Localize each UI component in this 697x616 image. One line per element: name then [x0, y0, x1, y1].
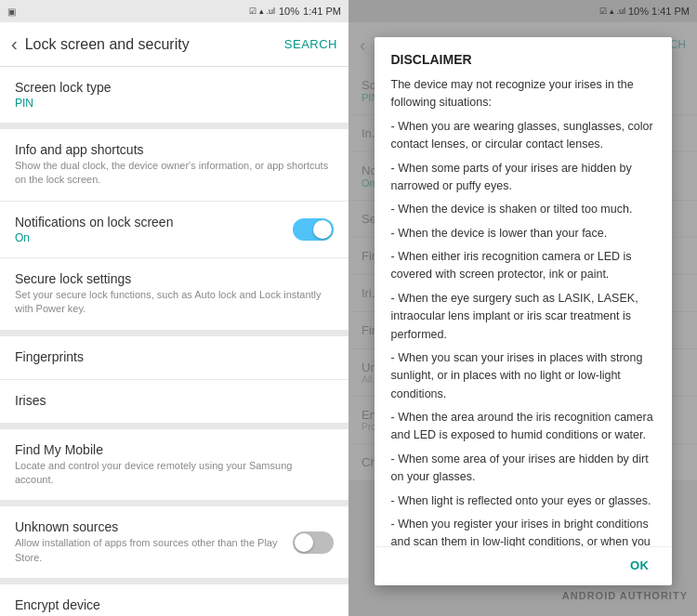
dialog-title: DISCLAIMER — [391, 52, 655, 67]
screen-lock-type-title: Screen lock type — [15, 80, 334, 95]
find-mobile-sub: Locate and control your device remotely … — [15, 459, 334, 488]
left-signal-icons: ☑ ▴ .ul — [249, 7, 275, 16]
settings-item-find-mobile[interactable]: Find My Mobile Locate and control your d… — [0, 429, 348, 502]
dialog-item-7: - When the area around the iris recognit… — [391, 409, 655, 445]
unknown-sources-text-block: Unknown sources Allow installation of ap… — [15, 519, 293, 565]
disclaimer-dialog: DISCLAIMER The device may not recognize … — [375, 37, 672, 585]
notifications-title: Notifications on lock screen — [15, 215, 173, 229]
right-panel: ☑ ▴ .ul 10% 1:41 PM ‹ Lock screen and se… — [348, 0, 697, 616]
dialog-item-3: - When the device is lower than your fac… — [391, 225, 655, 242]
notifications-value: On — [15, 231, 173, 244]
dialog-item-5: - When the eye surgery such as LASIK, LA… — [391, 290, 655, 344]
info-shortcuts-sub: Show the dual clock, the device owner's … — [15, 159, 334, 188]
dialog-intro: The device may not recognize your irises… — [391, 78, 634, 109]
dialog-item-8: - When some area of your irises are hidd… — [391, 451, 655, 487]
encrypt-device-title: Encrypt device — [15, 597, 334, 612]
dialog-content: DISCLAIMER The device may not recognize … — [375, 37, 672, 546]
unknown-sources-sub: Allow installation of apps from sources … — [15, 536, 293, 565]
dialog-item-9: - When light is reflected onto your eyes… — [391, 492, 655, 510]
secure-lock-title: Secure lock settings — [15, 271, 334, 286]
page-title: Lock screen and security — [25, 36, 284, 53]
left-panel: ▣ ☑ ▴ .ul 10% 1:41 PM ‹ Lock screen and … — [0, 0, 348, 616]
settings-item-notifications[interactable]: Notifications on lock screen On — [0, 202, 348, 258]
settings-item-unknown-sources[interactable]: Unknown sources Allow installation of ap… — [0, 506, 348, 579]
notifications-toggle-knob — [313, 220, 332, 239]
left-battery: 10% — [279, 6, 299, 17]
settings-item-info-shortcuts[interactable]: Info and app shortcuts Show the dual clo… — [0, 129, 348, 202]
left-top-bar: ‹ Lock screen and security SEARCH — [0, 22, 348, 67]
settings-item-screen-lock-type[interactable]: Screen lock type PIN — [0, 67, 348, 124]
unknown-sources-toggle[interactable] — [293, 531, 334, 554]
fingerprints-title: Fingerprints — [15, 349, 334, 364]
dialog-actions: OK — [375, 546, 672, 585]
find-mobile-title: Find My Mobile — [15, 442, 334, 457]
left-status-bar: ▣ ☑ ▴ .ul 10% 1:41 PM — [0, 0, 348, 22]
unknown-sources-title: Unknown sources — [15, 519, 293, 534]
dialog-item-6: - When you scan your irises in places wi… — [391, 349, 655, 403]
dialog-overlay: DISCLAIMER The device may not recognize … — [348, 0, 697, 616]
dialog-item-10: - When you register your irises in brigh… — [391, 516, 655, 546]
dialog-body: The device may not recognize your irises… — [391, 76, 655, 546]
dialog-item-2: - When the device is shaken or tilted to… — [391, 201, 655, 218]
unknown-sources-toggle-knob — [295, 533, 313, 552]
irises-title: Irises — [15, 393, 334, 408]
settings-list: Screen lock type PIN Info and app shortc… — [0, 67, 348, 616]
left-time: 1:41 PM — [303, 6, 341, 17]
dialog-item-0: - When you are wearing glasses, sunglass… — [391, 118, 655, 154]
settings-item-secure-lock[interactable]: Secure lock settings Set your secure loc… — [0, 258, 348, 331]
dialog-item-1: - When some parts of your irises are hid… — [391, 160, 655, 196]
settings-item-fingerprints[interactable]: Fingerprints — [0, 336, 348, 380]
dialog-ok-button[interactable]: OK — [623, 555, 657, 576]
back-button[interactable]: ‹ — [11, 33, 18, 55]
search-button[interactable]: SEARCH — [284, 37, 337, 51]
left-status-icons: ▣ — [7, 7, 245, 17]
secure-lock-sub: Set your secure lock functions, such as … — [15, 288, 334, 317]
info-shortcuts-title: Info and app shortcuts — [15, 142, 334, 157]
settings-item-irises[interactable]: Irises — [0, 380, 348, 424]
notifications-toggle[interactable] — [293, 218, 334, 241]
settings-item-encrypt-device[interactable]: Encrypt device Protect your device by en… — [0, 584, 348, 616]
dialog-items: - When you are wearing glasses, sunglass… — [391, 118, 655, 546]
screen-lock-type-value: PIN — [15, 97, 334, 110]
dialog-item-4: - When either iris recognition camera or… — [391, 248, 655, 284]
notifications-text-block: Notifications on lock screen On — [15, 215, 173, 244]
